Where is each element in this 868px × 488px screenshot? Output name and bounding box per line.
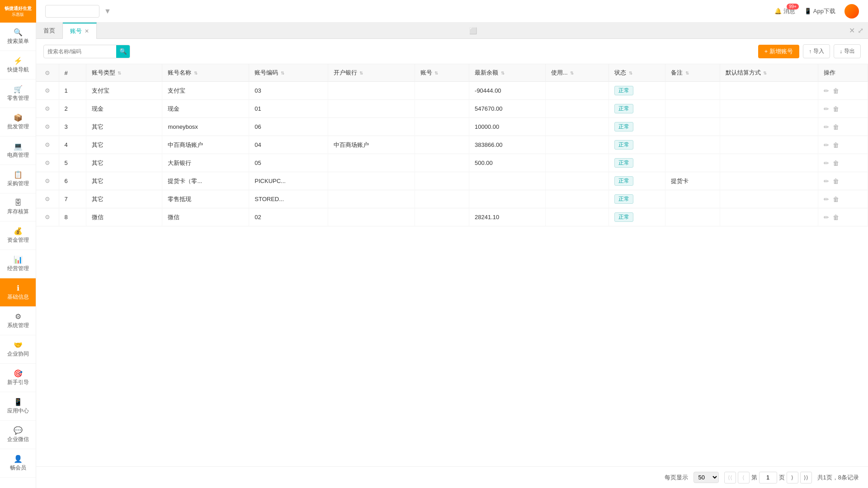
- cell-default-payment: [720, 136, 818, 154]
- tab-expand-icon[interactable]: ⬜: [464, 27, 482, 34]
- cell-index: 6: [59, 172, 86, 190]
- pagination-footer: 每页显示 50 20 100 ⟨⟨ ⟨ 第 页 ⟩ ⟩⟩ 共1页，8条记录: [36, 466, 868, 488]
- table-row: ⚙ 2 现金 现金 01 547670.00 正常 ✏ 🗑: [36, 100, 868, 118]
- sidebar-item-wholesale-label: 批发管理: [7, 123, 29, 131]
- edit-icon[interactable]: ✏: [824, 123, 829, 131]
- sidebar-item-retail[interactable]: 🛒 零售管理: [0, 80, 36, 108]
- delete-icon[interactable]: 🗑: [833, 214, 839, 221]
- col-gear[interactable]: ⚙: [36, 64, 59, 82]
- search-input[interactable]: [44, 48, 116, 55]
- col-type[interactable]: 账号类型 ⇅: [86, 64, 162, 82]
- sidebar-item-appstore[interactable]: 📱 应用中心: [0, 392, 36, 421]
- delete-icon[interactable]: 🗑: [833, 178, 839, 185]
- tab-maximize-icon[interactable]: ⤢: [858, 26, 863, 35]
- sidebar-item-ecommerce[interactable]: 💻 电商管理: [0, 136, 36, 165]
- app-download-button[interactable]: 📱 App下载: [804, 7, 835, 15]
- edit-icon[interactable]: ✏: [824, 87, 829, 94]
- column-settings-icon[interactable]: ⚙: [45, 70, 50, 76]
- col-usage[interactable]: 使用... ⇅: [545, 64, 609, 82]
- logo-text: 畅捷通好生意: [5, 5, 32, 12]
- app-logo: 畅捷通好生意 乐惠版: [0, 0, 36, 23]
- col-account[interactable]: 账号 ⇅: [415, 64, 469, 82]
- accounts-table: ⚙ # 账号类型 ⇅ 账号名称 ⇅ 账号编码 ⇅ 开户银行 ⇅ 账号 ⇅ 最新余…: [36, 64, 868, 226]
- cell-status: 正常: [609, 136, 665, 154]
- add-account-button[interactable]: + 新增账号: [758, 45, 799, 58]
- col-remark[interactable]: 备注 ⇅: [665, 64, 720, 82]
- header-dropdown-icon[interactable]: ▼: [104, 7, 111, 15]
- sidebar-item-search[interactable]: 🔍 搜索菜单: [0, 23, 36, 51]
- sidebar-item-shortcut[interactable]: ⚡ 快捷导航: [0, 51, 36, 80]
- header-left: ▼: [45, 5, 111, 18]
- page-input[interactable]: [759, 472, 777, 483]
- sidebar-item-inventory[interactable]: 🗄 库存核算: [0, 193, 36, 221]
- delete-icon[interactable]: 🗑: [833, 87, 839, 94]
- cell-usage: [545, 208, 609, 226]
- header-right: 🔔 消息 99+ 📱 App下载: [774, 4, 859, 19]
- page-first-button[interactable]: ⟨⟨: [724, 472, 736, 483]
- cell-balance: 383866.00: [469, 136, 546, 154]
- cell-bank: [328, 154, 415, 172]
- col-default-payment[interactable]: 默认结算方式 ⇅: [720, 64, 818, 82]
- search-button[interactable]: 🔍: [116, 45, 130, 58]
- sidebar-item-system-label: 系统管理: [7, 322, 29, 329]
- sidebar-item-purchase-label: 采购管理: [7, 180, 29, 188]
- cell-actions: ✏ 🗑: [818, 154, 868, 172]
- tab-account-close[interactable]: ✕: [85, 28, 89, 34]
- app-download-label: App下载: [813, 7, 835, 15]
- col-code[interactable]: 账号编码 ⇅: [249, 64, 328, 82]
- tab-account[interactable]: 账号 ✕: [63, 23, 97, 39]
- tab-home[interactable]: 首页: [36, 23, 63, 39]
- edit-icon[interactable]: ✏: [824, 196, 829, 203]
- cell-gear: ⚙: [36, 118, 59, 136]
- sidebar-item-wholesale[interactable]: 📦 批发管理: [0, 108, 36, 136]
- delete-icon[interactable]: 🗑: [833, 123, 839, 131]
- tab-close-all-icon[interactable]: ✕: [849, 26, 855, 35]
- sidebar-item-wechat[interactable]: 💬 企业微信: [0, 421, 36, 449]
- cell-remark: [665, 100, 720, 118]
- sidebar-item-finance[interactable]: 💰 资金管理: [0, 221, 36, 250]
- cell-bank: [328, 100, 415, 118]
- cell-name: 零售抵现: [162, 190, 249, 208]
- sidebar-item-system[interactable]: ⚙ 系统管理: [0, 307, 36, 335]
- sidebar-item-guide[interactable]: 🎯 新手引导: [0, 364, 36, 392]
- import-button[interactable]: ↑ 导入: [803, 44, 830, 58]
- user-avatar[interactable]: [844, 4, 859, 19]
- edit-icon[interactable]: ✏: [824, 141, 829, 149]
- col-name[interactable]: 账号名称 ⇅: [162, 64, 249, 82]
- sidebar-item-basic[interactable]: ℹ 基础信息: [0, 278, 36, 307]
- edit-icon[interactable]: ✏: [824, 160, 829, 167]
- col-status[interactable]: 状态 ⇅: [609, 64, 665, 82]
- delete-icon[interactable]: 🗑: [833, 160, 839, 167]
- cell-remark: [665, 190, 720, 208]
- sidebar-item-ecommerce-label: 电商管理: [7, 151, 29, 159]
- cell-account: [415, 118, 469, 136]
- page-next-button[interactable]: ⟩: [787, 472, 798, 483]
- cell-remark: [665, 118, 720, 136]
- sidebar-item-appstore-label: 应用中心: [7, 407, 29, 415]
- page-prev-button[interactable]: ⟨: [738, 472, 750, 483]
- delete-icon[interactable]: 🗑: [833, 141, 839, 149]
- system-icon: ⚙: [15, 312, 21, 321]
- message-button[interactable]: 🔔 消息 99+: [774, 7, 795, 15]
- status-badge: 正常: [614, 122, 633, 131]
- cell-code: 01: [249, 100, 328, 118]
- export-button[interactable]: ↓ 导出: [834, 44, 861, 58]
- delete-icon[interactable]: 🗑: [833, 105, 839, 113]
- page-last-button[interactable]: ⟩⟩: [800, 472, 812, 483]
- col-bank[interactable]: 开户银行 ⇅: [328, 64, 415, 82]
- per-page-select[interactable]: 50 20 100: [693, 472, 719, 483]
- top-search-input[interactable]: [45, 5, 99, 18]
- sidebar-item-purchase[interactable]: 📋 采购管理: [0, 165, 36, 193]
- message-badge: 99+: [787, 4, 799, 9]
- sidebar-item-member[interactable]: 👤 畅会员: [0, 449, 36, 478]
- edit-icon[interactable]: ✏: [824, 178, 829, 185]
- delete-icon[interactable]: 🗑: [833, 196, 839, 203]
- sidebar-item-basic-label: 基础信息: [7, 293, 29, 301]
- edit-icon[interactable]: ✏: [824, 214, 829, 221]
- page-label: 第: [751, 474, 757, 482]
- import-label: 导入: [813, 47, 824, 55]
- sidebar-item-operations[interactable]: 📊 经营管理: [0, 250, 36, 278]
- col-balance[interactable]: 最新余额 ⇅: [469, 64, 546, 82]
- sidebar-item-agreement[interactable]: 🤝 企业协同: [0, 335, 36, 364]
- edit-icon[interactable]: ✏: [824, 105, 829, 113]
